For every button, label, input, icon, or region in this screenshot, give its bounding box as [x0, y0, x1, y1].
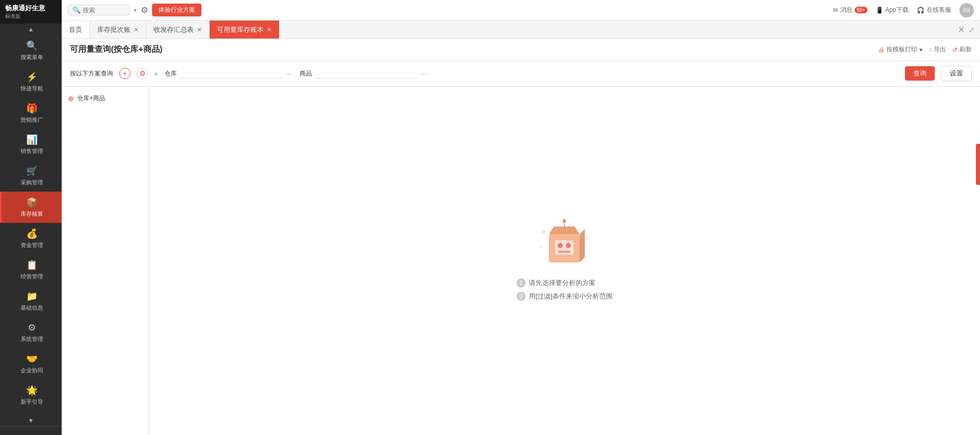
sidebar-label-finance: 资金管理 — [21, 241, 43, 249]
online-service-button[interactable]: 🎧 在线客服 — [917, 6, 951, 14]
message-button[interactable]: ✉ 消息 99+ — [833, 6, 867, 14]
sidebar-bottom — [0, 426, 62, 435]
query-button[interactable]: 查询 — [905, 66, 935, 81]
export-icon: ↑ — [929, 46, 932, 53]
sidebar-item-newbie[interactable]: 🌟 新手引导 — [0, 380, 62, 411]
sidebar-scroll-up[interactable]: ▲ — [0, 24, 62, 35]
settings-icon[interactable]: ⚙ — [141, 5, 148, 15]
search-icon: 🔍 — [26, 40, 38, 51]
filter-bar: 按以下方案查询 + ⚙ « 仓库 ··· 商品 ··· 查询 设置 — [62, 61, 980, 87]
tab-summary[interactable]: 收发存汇总表✕ — [146, 21, 210, 39]
tab-available[interactable]: 可用量库存账本✕ — [210, 21, 280, 39]
scheme-panel: ⊕ 仓库+商品 — [62, 87, 149, 435]
sidebar-item-purchase[interactable]: 🛒 采购管理 — [0, 160, 62, 192]
sidebar-item-inventory[interactable]: 📦 库存核算 — [0, 192, 62, 223]
sidebar-label-newbie: 新手引导 — [21, 398, 43, 406]
system-icon: ⚙ — [28, 322, 36, 333]
print-icon: 🖨 — [878, 46, 884, 53]
scheme-item-warehouse-product[interactable]: ⊕ 仓库+商品 — [62, 91, 149, 106]
experience-button[interactable]: 体验行业方案 — [152, 4, 201, 16]
sidebar-label-system: 系统管理 — [21, 335, 43, 343]
sidebar-label-basic: 基础信息 — [21, 304, 43, 312]
warehouse-dots[interactable]: ··· — [286, 69, 292, 78]
main-content: 🔍 ▾ ⚙ 体验行业方案 ✉ 消息 99+ 📱 App下载 🎧 在线客服 Rit — [62, 0, 980, 435]
warehouse-label: 仓库 — [164, 69, 177, 78]
tab-bar: 首页库存批次账✕收发存汇总表✕可用量库存账本✕ ✕ ⤢ — [62, 21, 980, 39]
sidebar-item-appstore[interactable]: 🛍 应用中心 — [0, 411, 62, 415]
print-dropdown-icon[interactable]: ▾ — [919, 46, 922, 53]
tip-num-1: 1 — [516, 278, 526, 288]
empty-illustration — [533, 219, 595, 270]
sidebar-item-enterprise[interactable]: 🤝 企业协同 — [0, 348, 62, 380]
filter-label: 按以下方案查询 — [70, 69, 113, 78]
marketing-icon: 🎁 — [26, 103, 38, 114]
search-dropdown[interactable]: ▾ — [134, 7, 137, 14]
tab-label-batch: 库存批次账 — [97, 25, 131, 34]
product-field: 商品 ··· — [300, 69, 427, 79]
tabbar-close-button[interactable]: ✕ — [958, 25, 965, 34]
sidebar-label-enterprise: 企业协同 — [21, 367, 43, 374]
right-scroll-handle[interactable] — [976, 144, 980, 185]
tab-close-summary[interactable]: ✕ — [197, 26, 202, 33]
search-input[interactable] — [83, 7, 124, 14]
empty-tips: 1 请先选择要分析的方案 2 用[过滤]条件来缩小分析范围 — [516, 276, 613, 303]
sidebar-item-shortcut[interactable]: ⚡ 快捷导航 — [0, 66, 62, 98]
refresh-button[interactable]: ↺ 刷新 — [952, 45, 972, 54]
refresh-icon: ↺ — [952, 46, 957, 53]
app-logo: 畅康通好生意 标准版 — [0, 0, 62, 24]
svg-marker-1 — [549, 226, 580, 234]
tab-label-summary: 收发存汇总表 — [154, 25, 194, 34]
sidebar-item-marketing[interactable]: 🎁 营销推广 — [0, 98, 62, 129]
filter-settings-button[interactable]: ⚙ — [137, 68, 148, 79]
export-button[interactable]: ↑ 导出 — [929, 45, 946, 54]
sidebar: 畅康通好生意 标准版 ▲ 🔍 搜索菜单 ⚡ 快捷导航 🎁 营销推广 📊 销售管理… — [0, 0, 62, 435]
sidebar-item-sales[interactable]: 📊 销售管理 — [0, 129, 62, 160]
filter-collapse-button[interactable]: « — [154, 69, 158, 78]
content-area: ⊕ 仓库+商品 — [62, 87, 980, 435]
sidebar-item-system[interactable]: ⚙ 系统管理 — [0, 317, 62, 348]
tip-text-1: 请先选择要分析的方案 — [529, 276, 596, 290]
sidebar-item-search[interactable]: 🔍 搜索菜单 — [0, 35, 62, 66]
tab-close-available[interactable]: ✕ — [267, 26, 272, 33]
print-button[interactable]: 🖨 按模板打印 ▾ — [878, 45, 922, 54]
svg-point-4 — [558, 243, 563, 248]
app-name: 畅康通好生意 — [5, 4, 57, 13]
sidebar-scroll-down[interactable]: ▼ — [0, 415, 62, 426]
tab-home[interactable]: 首页 — [62, 21, 90, 39]
finance-icon: 💰 — [26, 228, 38, 239]
settings-button[interactable]: 设置 — [941, 66, 972, 81]
tab-label-available: 可用量库存账本 — [217, 25, 264, 34]
sidebar-label-purchase: 采购管理 — [21, 179, 43, 186]
topbar-right: ✉ 消息 99+ 📱 App下载 🎧 在线客服 Rit — [833, 3, 974, 17]
sidebar-label-search: 搜索菜单 — [21, 53, 43, 61]
app-download-button[interactable]: 📱 App下载 — [876, 6, 909, 14]
tab-close-batch[interactable]: ✕ — [134, 26, 139, 33]
message-label: 消息 — [840, 6, 853, 14]
sidebar-label-operation: 经营管理 — [21, 273, 43, 280]
topbar: 🔍 ▾ ⚙ 体验行业方案 ✉ 消息 99+ 📱 App下载 🎧 在线客服 Rit — [62, 0, 980, 21]
filter-fields: 仓库 ··· 商品 ··· — [164, 69, 899, 79]
topbar-search-box[interactable]: 🔍 — [68, 5, 130, 15]
sidebar-item-basic[interactable]: 📁 基础信息 — [0, 286, 62, 317]
product-label: 商品 — [300, 69, 312, 78]
tabbar-expand-button[interactable]: ⤢ — [969, 26, 975, 34]
warehouse-input[interactable] — [180, 69, 283, 79]
svg-point-8 — [563, 219, 566, 222]
page-header-actions: 🖨 按模板打印 ▾ ↑ 导出 ↺ 刷新 — [878, 45, 972, 54]
warehouse-field: 仓库 ··· — [164, 69, 292, 79]
product-input[interactable] — [315, 69, 418, 79]
sidebar-item-operation[interactable]: 📋 经营管理 — [0, 254, 62, 286]
shortcut-icon: ⚡ — [26, 71, 38, 83]
sales-icon: 📊 — [26, 134, 38, 145]
user-avatar[interactable]: Rit — [959, 3, 974, 17]
inventory-icon: 📦 — [26, 197, 38, 208]
sidebar-label-sales: 销售管理 — [21, 147, 43, 155]
svg-point-10 — [586, 238, 588, 240]
sidebar-item-finance[interactable]: 💰 资金管理 — [0, 223, 62, 254]
product-dots[interactable]: ··· — [421, 69, 427, 78]
tab-batch[interactable]: 库存批次账✕ — [90, 21, 146, 39]
empty-state: 1 请先选择要分析的方案 2 用[过滤]条件来缩小分析范围 — [516, 219, 613, 303]
filter-add-button[interactable]: + — [119, 68, 131, 79]
purchase-icon: 🛒 — [26, 165, 38, 177]
scheme-icon: ⊕ — [68, 94, 74, 103]
